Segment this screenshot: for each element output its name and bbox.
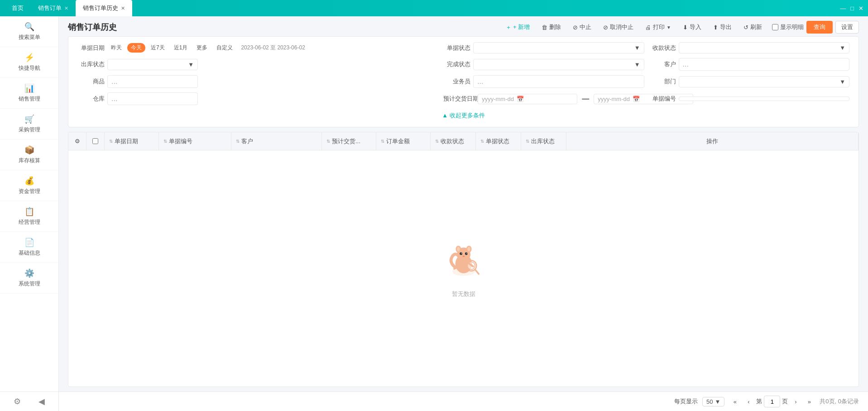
sidebar-item-sys-mgmt[interactable]: ⚙️ 系统管理 [0,263,58,294]
show-detail-check[interactable] [772,24,778,30]
order-no-input[interactable] [679,97,849,101]
delivery-date-label: 预计交货日期 [443,95,475,103]
th-delivery[interactable]: ⇅ 预计交货... [322,132,376,150]
th-amount[interactable]: ⇅ 订单金额 [376,132,431,150]
out-status-select[interactable]: ▼ [107,59,198,70]
receipt-status-select[interactable]: ▼ [679,42,849,53]
customer-input[interactable]: ... [679,58,849,71]
refresh-button[interactable]: ↺ 刷新 [739,21,767,33]
table-footer: 每页显示 50 ▼ « ‹ 第 页 › » 共0页, 0条记录 [59,392,868,411]
date-tab-today[interactable]: 今天 [127,43,145,53]
th-checkbox[interactable] [86,132,105,150]
salesperson-ellipsis-icon: ... [477,77,483,86]
calendar-start-icon[interactable]: 📅 [517,96,524,102]
first-page-button[interactable]: « [729,396,741,407]
svg-line-14 [475,269,479,274]
tab-sales-order-close[interactable]: ✕ [64,5,68,11]
svg-point-8 [465,252,467,255]
sort-date-icon: ⇅ [109,139,113,144]
next-page-button[interactable]: › [790,396,801,407]
sort-delivery-icon: ⇅ [326,139,330,144]
sort-bill-status-icon: ⇅ [480,139,484,144]
goods-label: 商品 [77,77,105,86]
cancel-stop-button[interactable]: ⊘ 取消中止 [599,21,638,33]
warehouse-label: 仓库 [77,95,105,103]
current-page-input[interactable] [764,396,780,407]
add-button[interactable]: + + 新增 [502,21,534,33]
sidebar-item-operations[interactable]: 📋 经营管理 [0,201,58,232]
filter-receipt-status-field: 收款状态 ▼ [649,42,849,53]
department-select[interactable]: ▼ [679,76,849,87]
filter-goods-field: 商品 ... [77,75,439,88]
prev-page-button[interactable]: ‹ [743,396,754,407]
sidebar-item-finance[interactable]: 💰 资金管理 [0,170,58,201]
tab-sales-order[interactable]: 销售订单 ✕ [31,0,76,16]
warehouse-input[interactable]: ... [107,92,198,105]
delivery-date-start[interactable]: yyyy-mm-dd 📅 [478,94,577,104]
sidebar-item-purchase-mgmt[interactable]: 🛒 采购管理 [0,109,58,140]
calendar-end-icon[interactable]: 📅 [633,96,640,102]
import-icon: ⬇ [683,24,688,31]
last-page-button[interactable]: » [803,396,815,407]
sidebar-item-search-menu[interactable]: 🔍 搜索菜单 [0,16,58,47]
date-tab-custom[interactable]: 自定义 [213,43,236,53]
order-no-label: 单据编号 [649,95,676,103]
date-tab-1month[interactable]: 近1月 [170,43,192,53]
th-receipt-status[interactable]: ⇅ 收款状态 [431,132,476,150]
table-header: ⚙ ⇅ 单据日期 ⇅ 单据编号 ⇅ 客户 ⇅ [68,132,858,150]
tab-bar: 首页 销售订单 ✕ 销售订单历史 ✕ [5,0,840,16]
delete-icon: 🗑 [542,24,547,31]
customer-ellipsis-icon: ... [683,60,689,68]
page-size-select[interactable]: 50 ▼ [702,397,724,406]
sidebar-item-sales-mgmt[interactable]: 📊 销售管理 [0,78,58,109]
date-tabs: 昨天 今天 近7天 近1月 更多 自定义 [107,43,236,53]
sidebar-item-quick-nav-label: 快捷导航 [19,64,40,72]
delete-button[interactable]: 🗑 删除 [537,21,566,33]
sidebar-collapse-icon[interactable]: ◀ [38,396,45,406]
filter-date-field: 单据日期 昨天 今天 近7天 近1月 更多 自定义 2023-06-02 至 2… [77,43,439,53]
sales-mgmt-icon: 📊 [24,83,34,93]
collapse-filter-btn[interactable]: ▲ 收起更多条件 [77,110,849,121]
receipt-status-dropdown-icon: ▼ [839,44,845,51]
th-settings[interactable]: ⚙ [68,132,86,150]
tab-home[interactable]: 首页 [5,0,31,16]
th-date[interactable]: ⇅ 单据日期 [105,132,159,150]
cancel-stop-icon: ⊘ [603,24,608,31]
settings-button[interactable]: 设置 [835,21,859,34]
close-button[interactable]: ✕ [858,5,863,12]
date-tab-7days[interactable]: 近7天 [147,43,168,53]
show-detail-checkbox[interactable]: 显示明细 [772,23,804,31]
content-area: 销售订单历史 + + 新增 🗑 删除 ⊘ 中止 ⊘ [59,16,868,411]
salesperson-input[interactable]: ... [473,75,644,88]
complete-status-select[interactable]: ▼ [473,59,644,70]
th-order-no[interactable]: ⇅ 单据编号 [159,132,231,150]
sidebar-item-inventory-label: 库存核算 [19,157,40,164]
th-customer[interactable]: ⇅ 客户 [231,132,322,150]
print-button[interactable]: 🖨 打印 ▼ [641,21,676,33]
sidebar-item-purchase-mgmt-label: 采购管理 [19,126,40,134]
filter-warehouse-field: 仓库 ... [77,92,439,105]
date-range-display: 2023-06-02 至 2023-06-02 [241,44,305,52]
sidebar-bottom: ⚙ ◀ [0,392,58,411]
export-icon: ⬆ [713,24,718,31]
sidebar-item-base-info[interactable]: 📄 基础信息 [0,232,58,263]
export-button[interactable]: ⬆ 导出 [709,21,736,33]
sidebar-item-quick-nav[interactable]: ⚡ 快捷导航 [0,47,58,78]
date-tab-more[interactable]: 更多 [193,43,211,53]
th-out-status[interactable]: ⇅ 出库状态 [521,132,566,150]
tab-sales-order-history-close[interactable]: ✕ [121,5,125,11]
bill-status-select[interactable]: ▼ [473,42,644,53]
import-button[interactable]: ⬇ 导入 [678,21,706,33]
maximize-button[interactable]: □ [850,5,854,12]
sidebar-item-base-info-label: 基础信息 [19,249,40,257]
minimize-button[interactable]: — [840,5,846,12]
date-tab-yesterday[interactable]: 昨天 [107,43,125,53]
sidebar-item-inventory[interactable]: 📦 库存核算 [0,140,58,170]
query-button[interactable]: 查询 [806,21,833,34]
th-bill-status[interactable]: ⇅ 单据状态 [476,132,521,150]
sidebar-settings-icon[interactable]: ⚙ [14,396,21,406]
goods-input[interactable]: ... [107,75,198,88]
tab-sales-order-history[interactable]: 销售订单历史 ✕ [76,0,132,16]
stop-button[interactable]: ⊘ 中止 [568,21,596,33]
select-all-checkbox[interactable] [92,138,98,144]
